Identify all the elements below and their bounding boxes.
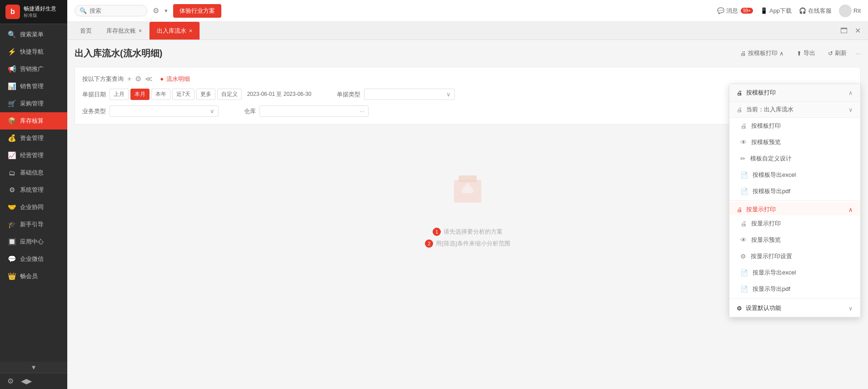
sidebar-item-quick-nav[interactable]: ⚡ 快捷导航 — [0, 43, 67, 60]
doc-type-select[interactable]: ∨ — [364, 89, 455, 100]
tab-flow-close[interactable]: × — [189, 28, 192, 34]
dropdown-item-template-preview[interactable]: 👁 按模板预览 — [729, 134, 860, 150]
filter-business-type-field: 业务类型 ∨ — [82, 105, 219, 117]
main-area: 🔍 ⚙ ▾ 体验行业方案 💬 消息 99+ 📱 App下载 🎧 在线客服 Rit — [67, 0, 868, 389]
filter-tag-label: 流水明细 — [166, 75, 190, 83]
empty-hint-1: 1 请先选择要分析的方案 — [433, 228, 503, 236]
hint-text-2: 用[筛选]条件来缩小分析范围 — [436, 239, 510, 248]
sidebar-scroll-down[interactable]: ▼ — [0, 362, 67, 373]
filter-settings-btn[interactable]: ⚙ — [135, 75, 141, 83]
date-7days-btn[interactable]: 近7天 — [172, 89, 195, 100]
window-close-btn[interactable]: ✕ — [853, 25, 863, 36]
filter-doc-type-field: 单据类型 ∨ — [337, 89, 455, 100]
dropdown-item-template-excel[interactable]: 📄 按模板导出excel — [729, 167, 860, 183]
sidebar-item-label: 搜索菜单 — [20, 30, 44, 39]
dropdown-current-row[interactable]: 🖨 当前：出入库流水 ∨ — [729, 102, 860, 118]
warehouse-more-icon: ··· — [359, 108, 364, 115]
dropdown-display-header[interactable]: 🖨 按显示打印 ∧ — [729, 202, 860, 215]
message-badge: 99+ — [741, 8, 753, 14]
date-current-year-btn[interactable]: 本年 — [151, 89, 170, 100]
hint-text-1: 请先选择要分析的方案 — [444, 228, 503, 236]
tab-batch[interactable]: 库存批次账 × — [99, 22, 150, 40]
purchase-icon: 🛒 — [7, 100, 16, 108]
search-input[interactable] — [90, 7, 135, 14]
display-preview-icon: 👁 — [740, 236, 747, 244]
window-restore-btn[interactable]: 🗖 — [838, 26, 849, 36]
hint-number-1: 1 — [433, 228, 441, 236]
refresh-btn[interactable]: ↺ 刷新 — [824, 47, 850, 59]
topbar-message-btn[interactable]: 💬 消息 99+ — [717, 7, 753, 15]
tab-home[interactable]: 首页 — [73, 23, 99, 39]
topbar-online-service-btn[interactable]: 🎧 在线客服 — [799, 7, 832, 15]
date-custom-btn[interactable]: 自定义 — [217, 89, 242, 100]
sidebar-item-operation[interactable]: 📈 经营管理 — [0, 147, 67, 164]
sidebar-item-app-center[interactable]: 🔲 应用中心 — [0, 233, 67, 250]
svg-rect-3 — [462, 191, 473, 193]
print-template-btn[interactable]: 🖨 按模板打印 ∧ — [737, 47, 788, 59]
sidebar-item-weixin[interactable]: 💬 企业微信 — [0, 250, 67, 268]
avatar — [839, 5, 852, 17]
more-actions-btn[interactable]: ··· — [856, 50, 861, 57]
collab-icon: 🤝 — [7, 203, 16, 211]
sidebar-item-purchase[interactable]: 🛒 采购管理 — [0, 95, 67, 112]
warehouse-select[interactable]: ··· — [259, 105, 369, 117]
dropdown-item-template-design[interactable]: ✏ 模板自定义设计 — [729, 150, 860, 167]
export-icon: ⬆ — [797, 50, 802, 57]
date-prev-month-btn[interactable]: 上月 — [110, 89, 129, 100]
app-download-label: App下载 — [769, 7, 792, 15]
sidebar-collapse-btn[interactable]: ◀▶ — [21, 377, 32, 385]
tab-flow[interactable]: 出入库流水 × — [150, 22, 200, 40]
business-type-select[interactable]: ∨ — [110, 105, 219, 117]
display-excel-label: 按显示导出excel — [753, 269, 796, 277]
dropdown-item-display-pdf[interactable]: 📄 按显示导出pdf — [729, 281, 860, 297]
search-icon: 🔍 — [7, 30, 16, 39]
sidebar-settings-btn[interactable]: ⚙ — [7, 377, 14, 385]
dropdown-item-template-pdf[interactable]: 📄 按模板导出pdf — [729, 183, 860, 199]
dropdown-item-template-print[interactable]: 🖨 按模板打印 — [729, 118, 860, 134]
user-name: Rit — [853, 7, 861, 14]
display-section-arrow: ∧ — [848, 206, 853, 213]
industry-solution-button[interactable]: 体验行业方案 — [173, 4, 221, 18]
dropdown-display-header-inner: 🖨 按显示打印 — [737, 205, 776, 214]
weixin-icon: 💬 — [7, 255, 16, 263]
sidebar-item-sales[interactable]: 📊 销售管理 — [0, 78, 67, 95]
dropdown-header[interactable]: 🖨 按模板打印 ∧ — [729, 84, 860, 102]
logo-icon: b — [5, 5, 20, 19]
logo-name: 畅捷通好生意 — [24, 5, 56, 13]
sidebar-item-guide[interactable]: 🎓 新手引导 — [0, 216, 67, 233]
sidebar-item-label: 系统管理 — [20, 186, 44, 194]
display-settings-label: 按显示打印设置 — [751, 252, 792, 260]
date-field-label: 单据日期 — [82, 90, 106, 99]
dropdown-default-row[interactable]: ⚙ 设置默认功能 ∨ — [729, 299, 860, 317]
printer-icon: 🖨 — [740, 50, 746, 57]
dropdown-item-display-preview[interactable]: 👁 按显示预览 — [729, 232, 860, 248]
date-more-btn[interactable]: 更多 — [196, 89, 215, 100]
topbar-gear-icon[interactable]: ⚙ — [153, 6, 159, 15]
topbar-search[interactable]: 🔍 — [75, 5, 147, 16]
filter-header: 按以下方案查询 + ⚙ ≪ ● 流水明细 — [82, 75, 853, 83]
sidebar-item-member[interactable]: 👑 畅会员 — [0, 268, 67, 285]
tab-batch-close[interactable]: × — [139, 28, 142, 34]
tab-batch-label: 库存批次账 — [106, 27, 136, 35]
date-range-label: 2023-06-01 至 2023-06-30 — [247, 90, 311, 98]
sidebar-item-basic[interactable]: 🗂 基础信息 — [0, 164, 67, 181]
filter-add-btn[interactable]: + — [127, 75, 131, 83]
dropdown-divider-2 — [729, 298, 860, 299]
sidebar-item-label: 库存核算 — [20, 117, 44, 125]
topbar-app-download-btn[interactable]: 📱 App下载 — [760, 7, 792, 15]
sidebar-item-system[interactable]: ⚙ 系统管理 — [0, 181, 67, 199]
sidebar-item-finance[interactable]: 💰 资金管理 — [0, 130, 67, 147]
export-btn[interactable]: ⬆ 导出 — [793, 47, 819, 59]
sidebar-item-collab[interactable]: 🤝 企业协同 — [0, 199, 67, 216]
dropdown-item-display-settings[interactable]: ⚙ 按显示打印设置 — [729, 248, 860, 264]
dropdown-item-display-print[interactable]: 🖨 按显示打印 — [729, 215, 860, 232]
dropdown-item-display-excel[interactable]: 📄 按显示导出excel — [729, 264, 860, 281]
print-arrow-icon: ∧ — [779, 50, 784, 57]
sidebar-item-search[interactable]: 🔍 搜索菜单 — [0, 26, 67, 43]
sidebar-item-marketing[interactable]: 📢 营销推广 — [0, 60, 67, 78]
filter-collapse-btn[interactable]: ≪ — [145, 75, 153, 83]
topbar-user[interactable]: Rit — [839, 5, 861, 17]
sidebar-item-inventory[interactable]: 📦 库存核算 — [0, 112, 67, 130]
date-current-month-btn[interactable]: 本月 — [130, 89, 150, 100]
topbar-chevron-icon[interactable]: ▾ — [165, 7, 168, 14]
